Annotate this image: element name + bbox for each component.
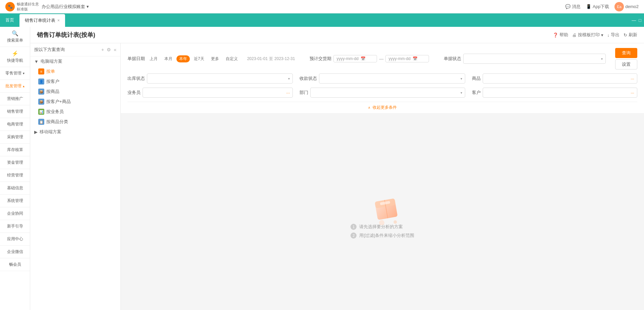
app-selector[interactable]: 办公用品行业模拟账套 ▾ xyxy=(42,4,89,10)
sidebar-item-purchase[interactable]: 采购管理 xyxy=(0,131,30,144)
customer-filter: 客户 ··· xyxy=(472,88,637,98)
tab-close-icon[interactable]: × xyxy=(57,18,60,23)
collapse-arrow-icon: ▼ xyxy=(34,59,39,64)
user-menu[interactable]: Ea demo2 xyxy=(614,2,639,11)
sidebar-item-basic[interactable]: 基础信息 xyxy=(0,182,30,195)
sidebar-item-sales[interactable]: 销售管理 xyxy=(0,105,30,118)
page-header: 销售订单统计表(按单) ❓ 帮助 🖨 按模板打印 ▾ ↓ 导出 ↻ 刷新 xyxy=(30,27,644,43)
collapse-panel-icon[interactable]: « xyxy=(114,47,116,52)
setting-button[interactable]: 设置 xyxy=(615,59,637,69)
top-bar: 🐾 畅捷通好生意 标准版 办公用品行业模拟账套 ▾ 💬 消息 📱 App下载 E… xyxy=(0,0,644,13)
empty-state: 1 请先选择要分析的方案 2 用[过滤]条件来缩小分析范围 xyxy=(121,113,644,310)
refresh-button[interactable]: ↻ 刷新 xyxy=(624,32,637,38)
query-actions: 查询 设置 xyxy=(615,48,637,69)
template-print-button[interactable]: 🖨 按模板打印 ▾ xyxy=(572,32,603,38)
forecast-date-from[interactable]: yyyy-mm-dd 📅 xyxy=(333,55,377,62)
sidebar-item-inventory[interactable]: 库存核算 xyxy=(0,144,30,156)
print-icon: 🖨 xyxy=(572,33,577,38)
shortcut-last-month[interactable]: 上月 xyxy=(147,55,160,62)
chevron-down-icon: ▾ xyxy=(87,4,89,9)
query-button[interactable]: 查询 xyxy=(615,48,637,58)
shortcut-this-month[interactable]: 本月 xyxy=(162,55,175,62)
tab-bar-actions: — □ xyxy=(632,18,644,23)
content-body: 按以下方案查询 + ⚙ « ▼ 电脑端方案 ≡ 按单 xyxy=(30,43,644,310)
salesman-input[interactable]: ··· xyxy=(143,88,293,98)
sidebar-item-wechat[interactable]: 企业微信 xyxy=(0,246,30,258)
sidebar-item-guide[interactable]: 新手引导 xyxy=(0,220,30,233)
scheme-item-by-customer[interactable]: 👤 按客户 xyxy=(30,76,120,87)
calendar-icon: 📅 xyxy=(361,56,366,61)
filter-row-2: 出库状态 ▾ 收款状态 ▾ xyxy=(127,73,637,84)
scheme-item-by-order[interactable]: ≡ 按单 xyxy=(30,66,120,76)
sidebar-item-wholesale[interactable]: 批发管理 ▴ xyxy=(0,80,30,93)
scheme-item-by-goods-category[interactable]: 📋 按商品分类 xyxy=(30,117,120,127)
add-scheme-icon[interactable]: + xyxy=(101,47,104,52)
sidebar-item-ecommerce[interactable]: 电商管理 xyxy=(0,118,30,131)
edit-scheme-icon[interactable]: ⚙ xyxy=(107,47,111,52)
sidebar-item-retail[interactable]: 零售管理 ▾ xyxy=(0,67,30,80)
scheme-item-by-salesman[interactable]: 📊 按业务员 xyxy=(30,107,120,117)
logo-area: 🐾 畅捷通好生意 标准版 xyxy=(5,2,39,11)
customer-input[interactable]: ··· xyxy=(483,88,637,98)
department-select[interactable]: ▾ xyxy=(310,88,465,98)
sidebar-item-quicknav[interactable]: ⚡ 快捷导航 xyxy=(0,47,30,67)
message-icon: 💬 xyxy=(565,4,571,9)
app-download-button[interactable]: 📱 App下载 xyxy=(586,4,609,10)
date-shortcuts: 上月 本月 本年 近7天 更多 自定义 xyxy=(147,55,240,62)
sidebar-item-finance[interactable]: 资金管理 xyxy=(0,156,30,169)
export-button[interactable]: ↓ 导出 xyxy=(607,32,620,38)
shortcut-this-year[interactable]: 本年 xyxy=(176,55,190,62)
scheme-group-desktop-title[interactable]: ▼ 电脑端方案 xyxy=(30,56,120,66)
sidebar-item-enterprise[interactable]: 企业协同 xyxy=(0,207,30,220)
collapse-filter-bar[interactable]: ∧ 收起更多条件 xyxy=(127,102,637,113)
scheme-group-desktop: ▼ 电脑端方案 ≡ 按单 👤 按客户 📦 按商品 xyxy=(30,56,120,127)
payment-status-filter: 收款状态 ▾ xyxy=(300,73,465,84)
export-icon: ↓ xyxy=(607,33,610,38)
empty-illustration xyxy=(366,185,399,218)
download-icon: 📱 xyxy=(586,4,591,9)
payment-chevron-icon: ▾ xyxy=(461,77,462,81)
shortcut-custom[interactable]: 自定义 xyxy=(223,55,240,62)
delivery-status-select[interactable]: ▾ xyxy=(147,73,293,84)
tab-home[interactable]: 首页 xyxy=(0,13,19,27)
quicknav-icon: ⚡ xyxy=(12,50,18,57)
forecast-date-filter: 预计交货期 yyyy-mm-dd 📅 — yyyy-mm-dd 📅 xyxy=(310,55,429,62)
chevron-up-icon: ▴ xyxy=(23,84,24,88)
sidebar-item-appstore[interactable]: 应用中心 xyxy=(0,233,30,246)
forecast-date-to[interactable]: yyyy-mm-dd 📅 xyxy=(385,55,429,62)
date-range-display: 2023-01-01 至 2023-12-31 xyxy=(247,56,295,62)
scheme-item-by-customer-goods[interactable]: 📦 按客户+商品 xyxy=(30,97,120,107)
sidebar-item-member[interactable]: 畅会员 xyxy=(0,258,30,271)
status-filter: 单据状态 ▾ xyxy=(444,54,606,64)
sidebar-item-system[interactable]: 系统管理 xyxy=(0,195,30,207)
tab-sales-order[interactable]: 销售订单统计表 × xyxy=(19,14,65,27)
refresh-icon: ↻ xyxy=(624,33,627,38)
shortcut-more[interactable]: 更多 xyxy=(208,55,222,62)
delivery-status-filter: 出库状态 ▾ xyxy=(127,73,293,84)
sidebar-item-search[interactable]: 🔍 搜索菜单 xyxy=(0,27,30,47)
payment-status-select[interactable]: ▾ xyxy=(319,73,465,84)
help-button[interactable]: ❓ 帮助 xyxy=(553,32,568,38)
tab-maximize-icon[interactable]: □ xyxy=(639,18,641,23)
sidebar-item-operations[interactable]: 经营管理 xyxy=(0,169,30,182)
message-button[interactable]: 💬 消息 xyxy=(565,4,581,10)
tip-num-2: 2 xyxy=(351,232,357,239)
shortcut-last-7-days[interactable]: 近7天 xyxy=(191,55,207,62)
status-select[interactable]: ▾ xyxy=(463,54,606,64)
department-filter: 部门 ▾ xyxy=(300,88,465,98)
filter-row-3: 业务员 ··· 部门 ▾ xyxy=(127,88,637,98)
sidebar-item-marketing[interactable]: 营销推广 xyxy=(0,93,30,105)
collapse-icon: ∧ xyxy=(368,106,370,109)
scheme-group-mobile-title[interactable]: ▶ 移动端方案 xyxy=(30,127,120,137)
filter-section: 单据日期 上月 本月 本年 近7天 更多 自定义 2023-01-0 xyxy=(121,43,644,113)
goods-input[interactable]: ··· xyxy=(483,73,637,84)
salesman-more-icon: ··· xyxy=(286,90,290,95)
scheme-goods-category-icon: 📋 xyxy=(38,119,44,125)
page-title: 销售订单统计表(按单) xyxy=(37,31,95,39)
customer-more-icon: ··· xyxy=(631,90,634,95)
scheme-item-by-goods[interactable]: 📦 按商品 xyxy=(30,87,120,97)
scheme-order-icon: ≡ xyxy=(38,68,44,74)
left-panel-header: 按以下方案查询 + ⚙ « xyxy=(30,43,120,56)
tab-minimize-icon[interactable]: — xyxy=(632,18,636,23)
search-icon: 🔍 xyxy=(12,30,18,37)
